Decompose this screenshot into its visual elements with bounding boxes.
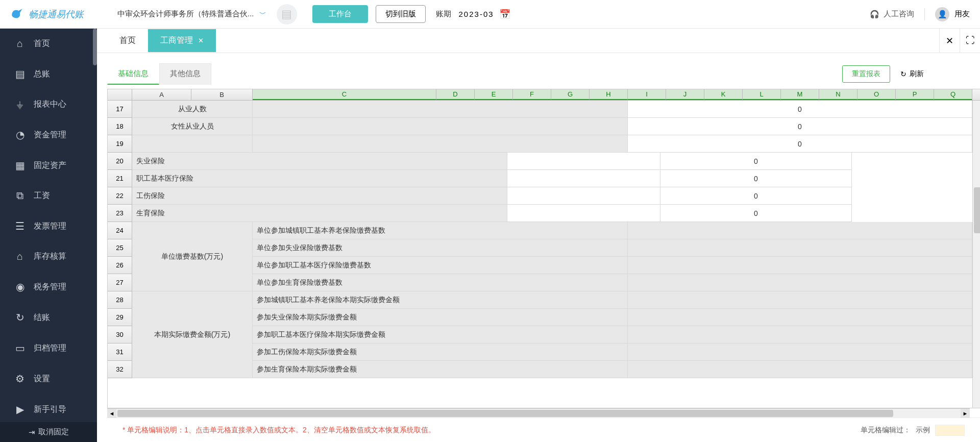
cell[interactable] [507,187,660,205]
nav-item-3[interactable]: ◔资金管理 [0,119,97,150]
cell[interactable] [628,361,972,378]
value-cell[interactable]: 0 [660,187,852,205]
row-header[interactable]: 25 [108,239,132,257]
consult-link[interactable]: 🎧 人工咨询 [870,9,914,19]
col-header-N[interactable]: N [819,89,857,100]
scrollbar-thumb[interactable] [974,187,980,233]
nav-item-2[interactable]: ⏚报表中心 [0,89,97,119]
group-label[interactable]: 单位缴费基数(万元) [132,222,253,291]
value-cell[interactable]: 0 [628,101,972,118]
cell[interactable] [628,309,972,326]
cell[interactable] [253,101,628,118]
col-header-L[interactable]: L [743,89,781,100]
value-cell[interactable]: 0 [660,170,852,187]
close-tab-button[interactable]: ✕ [939,29,960,53]
col-header-M[interactable]: M [781,89,819,100]
cell[interactable] [628,343,972,361]
col-header-G[interactable]: G [551,89,590,100]
desc-cell[interactable]: 生育保险 [132,205,507,222]
unpin-button[interactable]: ⇥ 取消固定 [0,422,97,442]
desc-cell[interactable]: 单位参加城镇职工基本养老保险缴费基数 [253,222,628,239]
nav-item-0[interactable]: ⌂首页 [0,29,97,59]
row-label[interactable]: 女性从业人员 [132,118,253,135]
nav-item-1[interactable]: ▤总账 [0,59,97,89]
desc-cell[interactable]: 职工基本医疗保险 [132,170,507,187]
row-header[interactable]: 30 [108,326,132,343]
user-menu[interactable]: 👤 用友 [935,7,970,21]
col-header-F[interactable]: F [513,89,551,100]
row-header[interactable]: 28 [108,291,132,309]
col-header-O[interactable]: O [857,89,896,100]
company-selector[interactable]: 中审众环会计师事务所（特殊普通合伙... ﹀ [117,9,266,19]
cell[interactable] [507,153,660,170]
desc-cell[interactable]: 参加城镇职工基本养老保险本期实际缴费金额 [253,291,628,309]
row-header[interactable]: 20 [108,153,132,170]
desc-cell[interactable]: 工伤保险 [132,187,507,205]
row-header[interactable]: 32 [108,361,132,378]
sidebar-scrollbar[interactable] [93,29,97,65]
desc-cell[interactable]: 参加工伤保险本期实际缴费金额 [253,343,628,361]
col-header-C[interactable]: C [253,89,436,100]
tab-close-icon[interactable]: ✕ [198,37,204,44]
fullscreen-button[interactable]: ⛶ [960,29,980,53]
row-header[interactable]: 22 [108,187,132,205]
row-header[interactable]: 17 [108,101,132,118]
row-header[interactable]: 27 [108,274,132,291]
horizontal-scrollbar[interactable]: ◄ ► [107,408,970,418]
group-label[interactable]: 本期实际缴费金额(万元) [132,291,253,378]
row-header[interactable]: 29 [108,309,132,326]
select-all-corner[interactable] [108,89,132,100]
desc-cell[interactable]: 单位参加职工基本医疗保险缴费基数 [253,257,628,274]
cell[interactable] [507,170,660,187]
desc-cell[interactable]: 单位参加失业保险缴费基数 [253,239,628,257]
desc-cell[interactable]: 参加失业保险本期实际缴费金额 [253,309,628,326]
document-button[interactable]: ▤ [277,4,297,24]
logo[interactable]: 畅捷通易代账 [10,7,107,21]
cell[interactable] [628,291,972,309]
nav-item-4[interactable]: ▦固定资产 [0,150,97,181]
nav-item-11[interactable]: ⚙设置 [0,363,97,394]
nav-item-9[interactable]: ↻结账 [0,302,97,333]
col-header-A[interactable]: A [132,89,191,100]
cell[interactable] [253,118,628,135]
value-cell[interactable]: 0 [660,153,852,170]
refresh-button[interactable]: ↻ 刷新 [900,69,924,79]
desc-cell[interactable]: 参加职工基本医疗保险本期实际缴费金额 [253,326,628,343]
old-version-button[interactable]: 切到旧版 [376,5,426,23]
nav-item-5[interactable]: ⧉工资 [0,181,97,211]
scroll-left-icon[interactable]: ◄ [107,409,116,418]
vertical-scrollbar[interactable] [972,101,980,408]
col-header-P[interactable]: P [896,89,934,100]
row-header[interactable]: 26 [108,257,132,274]
cell[interactable] [628,257,972,274]
value-cell[interactable]: 0 [660,205,852,222]
cell[interactable] [628,222,972,239]
nav-item-12[interactable]: ▶新手引导 [0,394,97,422]
row-header[interactable]: 31 [108,343,132,361]
row-header[interactable]: 23 [108,205,132,222]
row-header[interactable]: 19 [108,135,132,153]
value-cell[interactable]: 0 [628,135,972,153]
row-header[interactable]: 21 [108,170,132,187]
tab-0[interactable]: 首页 [107,29,148,52]
reset-report-button[interactable]: 重置报表 [842,65,890,83]
col-header-B[interactable]: B [191,89,253,100]
desc-cell[interactable]: 参加生育保险本期实际缴费金额 [253,361,628,378]
tab-1[interactable]: 工商管理 ✕ [148,29,216,52]
nav-item-8[interactable]: ◉税务管理 [0,272,97,302]
hscroll-thumb[interactable] [117,410,893,417]
scroll-right-icon[interactable]: ► [961,409,970,418]
subtab-basic[interactable]: 基础信息 [107,63,159,85]
nav-item-10[interactable]: ▭归档管理 [0,333,97,363]
workbench-button[interactable]: 工作台 [312,5,368,23]
row-header[interactable]: 24 [108,222,132,239]
row-header[interactable]: 18 [108,118,132,135]
col-header-Q[interactable]: Q [934,89,972,100]
cell[interactable] [628,326,972,343]
col-header-D[interactable]: D [436,89,475,100]
cell[interactable] [628,239,972,257]
desc-cell[interactable]: 单位参加生育保险缴费基数 [253,274,628,291]
nav-item-6[interactable]: ☰发票管理 [0,211,97,241]
col-header-K[interactable]: K [704,89,743,100]
col-header-E[interactable]: E [475,89,513,100]
